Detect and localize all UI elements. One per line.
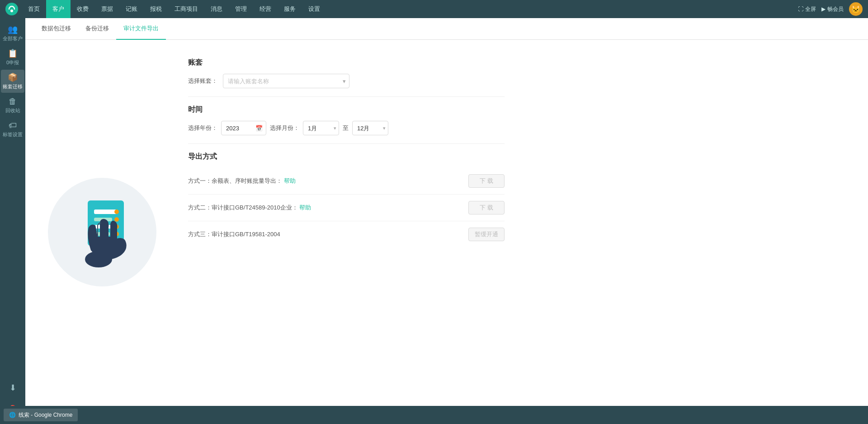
export-method-1: 方式一：余额表、序时账批量导出： 帮助 下 载 [188, 168, 505, 195]
sidebar-label-zero-declare: 0申报 [6, 59, 19, 66]
sidebar-item-tag-settings[interactable]: 🏷 标签设置 [1, 118, 24, 141]
sidebar-label-recycle: 回收站 [5, 107, 20, 114]
hand-doc-illustration [66, 191, 138, 273]
nav-clients[interactable]: 客户 [46, 0, 71, 18]
time-separator: 至 [343, 124, 349, 132]
sidebar-label-tag-settings: 标签设置 [3, 131, 23, 138]
month-start-select[interactable]: 1月2月3月4月 5月6月7月8月 9月10月11月12月 [303, 121, 339, 135]
nav-fees[interactable]: 收费 [71, 0, 95, 18]
nav-manage[interactable]: 管理 [229, 0, 253, 18]
main-layout: 👥 全部客户 📋 0申报 📦 账套迁移 🗑 回收站 🏷 标签设置 ⬇ ❓ 数据包… [0, 18, 868, 424]
month-start-wrapper[interactable]: 1月2月3月4月 5月6月7月8月 9月10月11月12月 ▾ [303, 121, 339, 135]
nav-home[interactable]: 首页 [22, 0, 46, 18]
fullscreen-icon: ⛶ [798, 6, 803, 12]
svg-point-7 [114, 210, 119, 214]
taskbar-chrome-item[interactable]: 🌐 线索 - Google Chrome [4, 409, 78, 421]
method-2-text: 方式二：审计接口GB/T24589-2010企业： 帮助 [188, 204, 311, 212]
sidebar-label-all-clients: 全部客户 [3, 35, 23, 42]
illustration-circle [48, 178, 156, 286]
method-2-help-link[interactable]: 帮助 [299, 204, 311, 211]
year-label: 选择年份： [188, 124, 217, 132]
fullscreen-button[interactable]: ⛶ 全屏 [798, 5, 816, 13]
month-end-wrapper[interactable]: 1月2月3月4月 5月6月7月8月 9月10月11月 12月 ▾ [352, 121, 388, 135]
sidebar-download-btn[interactable]: ⬇ [4, 379, 22, 397]
logo[interactable] [4, 1, 20, 17]
sidebar-item-all-clients[interactable]: 👥 全部客户 [1, 22, 24, 45]
method-3-label: 方式三：审计接口GB/T19581-2004 [188, 231, 280, 238]
zero-declare-icon: 📋 [8, 49, 18, 57]
export-method-3: 方式三：审计接口GB/T19581-2004 暂缓开通 [188, 221, 505, 248]
sidebar-label-account-migrate: 账套迁移 [3, 83, 23, 90]
nav-invoices[interactable]: 票据 [95, 0, 119, 18]
method-1-help-link[interactable]: 帮助 [284, 177, 296, 184]
sidebar-item-account-migrate[interactable]: 📦 账套迁移 [1, 70, 24, 93]
export-method-2: 方式二：审计接口GB/T24589-2010企业： 帮助 下 载 [188, 195, 505, 221]
taskbar: 🌐 线索 - Google Chrome [0, 406, 868, 424]
divider-2 [188, 143, 505, 144]
method-1-label: 方式一：余额表、序时账批量导出： [188, 177, 282, 184]
top-nav-right: ⛶ 全屏 ▶ 畅会员 🐱 [798, 2, 863, 16]
year-input[interactable] [221, 121, 266, 135]
user-avatar[interactable]: 🐱 [849, 2, 863, 16]
nav-accounting[interactable]: 记账 [119, 0, 144, 18]
svg-rect-3 [94, 210, 117, 214]
sidebar-item-zero-declare[interactable]: 📋 0申报 [1, 46, 24, 69]
export-section-title: 导出方式 [188, 152, 505, 162]
svg-point-1 [10, 10, 13, 12]
tab-data-package[interactable]: 数据包迁移 [34, 18, 78, 40]
month-end-select[interactable]: 1月2月3月4月 5月6月7月8月 9月10月11月 12月 [352, 121, 388, 135]
nav-service[interactable]: 服务 [278, 0, 302, 18]
top-navigation: 首页 客户 收费 票据 记账 报税 工商项目 消息 管理 经营 服务 设置 ⛶ … [0, 0, 868, 18]
nav-tax[interactable]: 报税 [144, 0, 168, 18]
time-section-title: 时间 [188, 105, 505, 114]
account-select-label: 选择账套： [188, 77, 217, 85]
tab-audit-export[interactable]: 审计文件导出 [116, 18, 166, 40]
method-2-download-btn[interactable]: 下 载 [468, 201, 505, 214]
taskbar-label: 线索 - Google Chrome [19, 411, 72, 419]
sub-tabs: 数据包迁移 备份迁移 审计文件导出 [25, 18, 868, 40]
month-start-label: 选择月份： [270, 124, 299, 132]
tab-backup-migrate[interactable]: 备份迁移 [78, 18, 116, 40]
account-migrate-icon: 📦 [8, 73, 18, 81]
method-1-text: 方式一：余额表、序时账批量导出： 帮助 [188, 177, 296, 185]
svg-point-0 [5, 3, 18, 15]
nav-bizproject[interactable]: 工商项目 [168, 0, 204, 18]
illustration-area [43, 53, 161, 410]
account-select-input[interactable] [223, 74, 349, 88]
svg-point-8 [114, 217, 119, 222]
recycle-icon: 🗑 [9, 97, 17, 105]
tag-settings-icon: 🏷 [9, 121, 17, 129]
divider-1 [188, 96, 505, 97]
sidebar: 👥 全部客户 📋 0申报 📦 账套迁移 🗑 回收站 🏷 标签设置 ⬇ ❓ [0, 18, 25, 424]
video-icon: ▶ [821, 6, 826, 12]
sidebar-item-recycle[interactable]: 🗑 回收站 [1, 94, 24, 117]
method-3-open-btn[interactable]: 暂缓开通 [468, 228, 505, 241]
method-2-label: 方式二：审计接口GB/T24589-2010企业： [188, 204, 298, 211]
time-row: 选择年份： 📅 选择月份： 1月2月3月4月 5月6月7月8月 9月10月11月… [188, 121, 505, 135]
nav-items: 首页 客户 收费 票据 记账 报税 工商项目 消息 管理 经营 服务 设置 [22, 0, 798, 18]
nav-message[interactable]: 消息 [204, 0, 229, 18]
account-section-title: 账套 [188, 58, 505, 67]
account-select-wrapper[interactable]: ▾ [223, 74, 349, 88]
page-content: 账套 选择账套： ▾ 时间 选择年份： 📅 [25, 40, 868, 424]
form-area: 账套 选择账套： ▾ 时间 选择年份： 📅 [188, 53, 505, 410]
member-label: 畅会员 [827, 5, 844, 13]
all-clients-icon: 👥 [8, 25, 18, 33]
year-input-wrapper[interactable]: 📅 [221, 121, 266, 135]
nav-settings[interactable]: 设置 [302, 0, 326, 18]
method-1-download-btn[interactable]: 下 载 [468, 174, 505, 188]
chrome-icon: 🌐 [9, 412, 16, 418]
member-button[interactable]: ▶ 畅会员 [821, 5, 844, 13]
nav-operation[interactable]: 经营 [253, 0, 278, 18]
fullscreen-label: 全屏 [805, 5, 816, 13]
method-3-text: 方式三：审计接口GB/T19581-2004 [188, 230, 280, 238]
content-area: 数据包迁移 备份迁移 审计文件导出 [25, 18, 868, 424]
account-select-row: 选择账套： ▾ [188, 74, 505, 88]
